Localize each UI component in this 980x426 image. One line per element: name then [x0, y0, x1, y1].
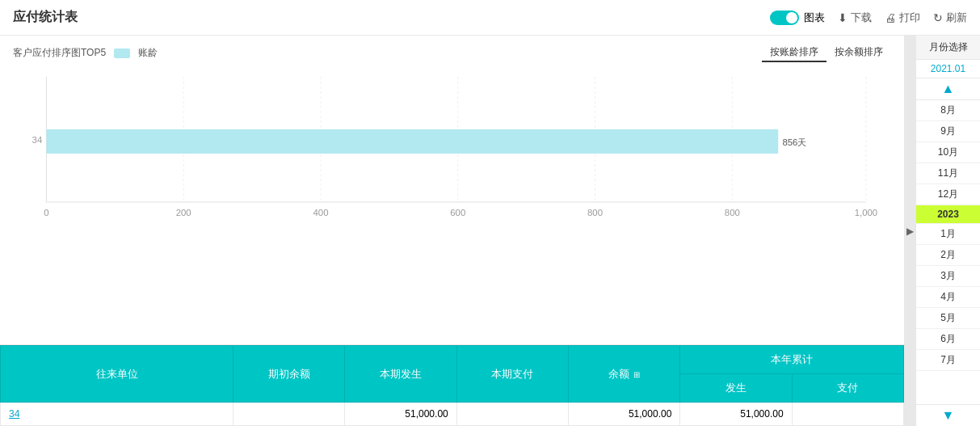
col-header-period: 期初余额: [233, 346, 345, 403]
month-item[interactable]: 2023: [916, 205, 980, 224]
month-item[interactable]: 5月: [916, 308, 980, 329]
print-button[interactable]: 🖨 打印: [885, 11, 920, 25]
chart-section: 客户应付排序图TOP5 账龄 按账龄排序 按余额排序: [0, 36, 904, 344]
table-row: 34 51,000.00 51,000.00 51,000.00: [1, 403, 904, 426]
chart-sort-buttons: 按账龄排序 按余额排序: [762, 44, 891, 62]
refresh-label: 刷新: [946, 11, 967, 25]
svg-text:800: 800: [587, 208, 603, 217]
cell-balance: 51,000.00: [569, 403, 680, 426]
month-item[interactable]: 9月: [916, 121, 980, 142]
sort-by-age-button[interactable]: 按账龄排序: [762, 44, 826, 62]
svg-text:34: 34: [32, 135, 43, 145]
col-header-pay: 本期支付: [456, 346, 568, 403]
refresh-icon: ↻: [933, 11, 943, 24]
nav-up-arrow[interactable]: ▲: [942, 82, 955, 96]
month-item[interactable]: 12月: [916, 184, 980, 205]
cell-origin[interactable]: 34: [1, 403, 233, 426]
month-item[interactable]: 4月: [916, 287, 980, 308]
data-table: 往来单位 期初余额 本期发生 本期支付 余额 ⊞ 本年累计: [0, 345, 904, 426]
nav-down-arrow[interactable]: ▼: [942, 408, 955, 423]
chart-toggle-label: 图表: [804, 11, 825, 25]
col-header-origin: 往来单位: [1, 346, 233, 403]
table-wrapper: 往来单位 期初余额 本期发生 本期支付 余额 ⊞ 本年累计: [0, 345, 904, 426]
month-list: 8月9月10月11月12月20231月2月3月4月5月6月7月: [916, 100, 980, 404]
svg-text:600: 600: [450, 208, 465, 217]
header-actions: 图表 ⬇ 下载 🖨 打印 ↻ 刷新: [770, 11, 967, 25]
col-header-occur: 本期发生: [345, 346, 456, 403]
main-content: 客户应付排序图TOP5 账龄 按账龄排序 按余额排序: [0, 36, 904, 426]
print-label: 打印: [899, 11, 920, 25]
month-item[interactable]: 2月: [916, 245, 980, 266]
chart-legend-title: 客户应付排序图TOP5: [13, 46, 106, 60]
sidebar-collapse-arrow[interactable]: ▶: [904, 36, 915, 426]
chart-toggle[interactable]: [770, 11, 799, 25]
cell-occur: 51,000.00: [345, 403, 456, 426]
cell-pay2: [792, 403, 903, 426]
svg-text:1,000: 1,000: [855, 208, 877, 217]
chart-header: 客户应付排序图TOP5 账龄 按账龄排序 按余额排序: [13, 44, 891, 62]
month-item[interactable]: 8月: [916, 100, 980, 121]
month-item[interactable]: 11月: [916, 163, 980, 184]
sidebar: 月份选择 2021.01 ▲ 8月9月10月11月12月20231月2月3月4月…: [915, 36, 980, 426]
page-title: 应付统计表: [13, 9, 78, 26]
cell-pay: [456, 403, 568, 426]
month-item[interactable]: 1月: [916, 224, 980, 245]
header: 应付统计表 图表 ⬇ 下载 🖨 打印 ↻ 刷新: [0, 0, 980, 36]
chart-legend: 客户应付排序图TOP5 账龄: [13, 46, 158, 60]
svg-text:400: 400: [313, 208, 328, 217]
col-header-balance: 余额 ⊞: [569, 346, 680, 403]
month-item[interactable]: 3月: [916, 266, 980, 287]
sort-by-balance-button[interactable]: 按余额排序: [826, 44, 891, 62]
sidebar-year-value[interactable]: 2021.01: [916, 60, 980, 78]
balance-icon: ⊞: [633, 370, 640, 379]
sidebar-header: 月份选择: [916, 36, 980, 60]
sidebar-nav-down[interactable]: ▼: [916, 404, 980, 426]
cell-occur2: 51,000.00: [680, 403, 792, 426]
month-item[interactable]: 7月: [916, 350, 980, 371]
col-header-pay2: 支付: [792, 374, 903, 403]
legend-color-box: [114, 49, 130, 58]
svg-text:200: 200: [176, 208, 191, 217]
print-icon: 🖨: [885, 11, 896, 24]
sidebar-nav-up[interactable]: ▲: [916, 78, 980, 100]
chart-area: 34 856天 0 200 400 600 800 800 1,000: [13, 69, 891, 336]
cell-period: [233, 403, 345, 426]
svg-text:800: 800: [725, 208, 740, 217]
col-header-occur2: 发生: [680, 374, 792, 403]
month-item[interactable]: 10月: [916, 142, 980, 163]
svg-rect-9: [46, 129, 778, 154]
table-section: 往来单位 期初余额 本期发生 本期支付 余额 ⊞ 本年累计: [0, 344, 904, 426]
download-button[interactable]: ⬇ 下载: [838, 11, 872, 25]
chart-svg: 34 856天 0 200 400 600 800 800 1,000: [13, 69, 891, 230]
main-container: 应付统计表 图表 ⬇ 下载 🖨 打印 ↻ 刷新: [0, 0, 980, 426]
legend-color-label: 账龄: [138, 46, 158, 60]
svg-text:0: 0: [44, 208, 48, 217]
refresh-button[interactable]: ↻ 刷新: [933, 11, 967, 25]
content-area: 客户应付排序图TOP5 账龄 按账龄排序 按余额排序: [0, 36, 980, 426]
month-item[interactable]: 6月: [916, 329, 980, 350]
download-icon: ⬇: [838, 11, 848, 24]
download-label: 下载: [851, 11, 872, 25]
chart-toggle-group: 图表: [770, 11, 825, 25]
svg-text:856天: 856天: [782, 137, 806, 147]
col-header-year-accum: 本年累计: [680, 346, 904, 374]
